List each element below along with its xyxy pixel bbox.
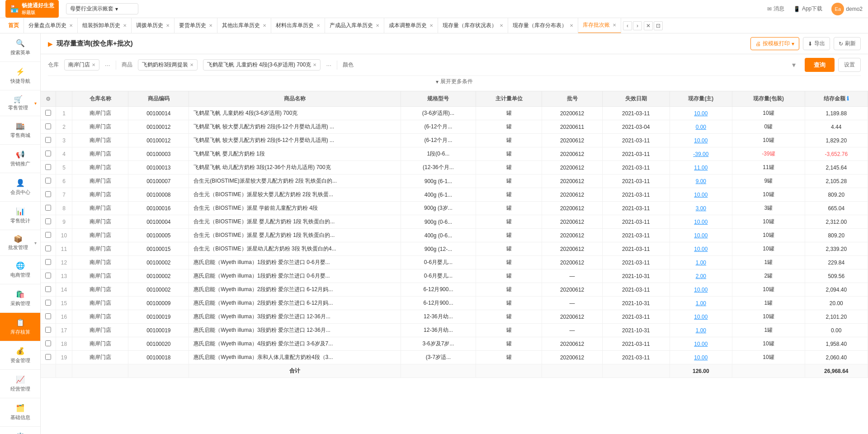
tab-close-icon[interactable]: ✕ xyxy=(316,23,320,28)
product-tag-close-icon[interactable]: ✕ xyxy=(313,62,316,67)
row-qty-main[interactable]: 10.00 xyxy=(670,134,732,147)
tab-cost-adjust[interactable]: 成本调整单历史 ✕ xyxy=(384,18,438,33)
tab-split-inventory[interactable]: 分量盘点单历史 ✕ xyxy=(24,18,78,33)
tab-next-button[interactable]: › xyxy=(633,21,642,30)
row-checkbox[interactable] xyxy=(41,147,56,161)
row-checkbox[interactable] xyxy=(41,202,56,215)
tab-close-icon[interactable]: ✕ xyxy=(209,23,212,28)
sidebar-item-wholesale[interactable]: 📦 批发管理 ▾ xyxy=(0,230,40,256)
row-checkbox[interactable] xyxy=(41,324,56,337)
tab-home[interactable]: 首页 xyxy=(4,18,24,33)
tab-prev-button[interactable]: ‹ xyxy=(623,21,632,30)
row-checkbox[interactable] xyxy=(41,134,56,147)
account-dropdown[interactable]: 母婴行业演示账套 ▾ xyxy=(66,3,138,14)
product-more-dots[interactable]: ··· xyxy=(326,61,331,69)
warehouse-tag[interactable]: 南岸门店 ✕ xyxy=(64,59,99,71)
row-checkbox[interactable] xyxy=(41,283,56,297)
sidebar-item-finance[interactable]: 💰 资金管理 xyxy=(0,341,40,370)
row-qty-main[interactable]: 10.00 xyxy=(670,242,732,256)
row-checkbox[interactable] xyxy=(41,337,56,351)
row-checkbox[interactable] xyxy=(41,229,56,242)
product-tag-2[interactable]: 飞鹤星飞帆 儿童奶粉 4段(3-6岁适用) 700克 ✕ xyxy=(203,59,321,71)
row-qty-main[interactable]: 1.00 xyxy=(670,297,732,310)
sidebar-item-quicknav[interactable]: ⚡ 快捷导航 xyxy=(0,62,40,90)
row-checkbox[interactable] xyxy=(41,310,56,324)
sidebar-item-retail[interactable]: 🛒 零售管理 ▾ xyxy=(0,90,40,116)
query-button[interactable]: 查询 xyxy=(805,58,835,72)
tab-close-icon[interactable]: ✕ xyxy=(613,23,616,28)
tab-product-in[interactable]: 产成品入库单历史 ✕ xyxy=(325,18,384,33)
row-checkbox[interactable] xyxy=(41,188,56,202)
sidebar-item-system[interactable]: ⚙️ 系统管理 xyxy=(0,427,40,434)
row-qty-main[interactable]: 10.00 xyxy=(670,229,732,242)
tab-close-icon[interactable]: ✕ xyxy=(166,23,170,28)
tab-close-icon[interactable]: ✕ xyxy=(570,23,573,28)
tab-transfer[interactable]: 调拨单历史 ✕ xyxy=(132,18,175,33)
user-menu[interactable]: Ea demo2 xyxy=(831,3,863,15)
tab-material-out[interactable]: 材料出库单历史 ✕ xyxy=(271,18,325,33)
row-checkbox[interactable] xyxy=(41,297,56,310)
row-checkbox[interactable] xyxy=(41,351,56,364)
row-qty-main[interactable]: 10.00 xyxy=(670,351,732,364)
row-qty-main[interactable]: 10.00 xyxy=(670,188,732,202)
collapse-arrow-icon[interactable]: ▶ xyxy=(48,40,53,47)
sidebar-item-retailstore[interactable]: 🏬 零售商城 xyxy=(0,116,40,145)
tab-other-out[interactable]: 其他出库单历史 ✕ xyxy=(217,18,271,33)
row-checkbox[interactable] xyxy=(41,256,56,269)
settings-button[interactable]: 设置 xyxy=(838,58,861,72)
refresh-button[interactable]: ↻ 刷新 xyxy=(834,37,861,50)
tab-close-all-button[interactable]: ✕ xyxy=(644,21,653,30)
sidebar-item-purchase[interactable]: 🛍️ 采购管理 xyxy=(0,284,40,313)
export-button[interactable]: ⬇ 导出 xyxy=(803,37,830,50)
row-qty-main[interactable]: 10.00 xyxy=(670,215,732,229)
app-download-button[interactable]: 📱 App下载 xyxy=(793,5,822,13)
row-checkbox[interactable] xyxy=(41,120,56,134)
sidebar-item-search[interactable]: 🔍 搜索英单 xyxy=(0,33,40,62)
tab-close-icon[interactable]: ✕ xyxy=(500,23,503,28)
sidebar-item-member[interactable]: 👤 会员中心 xyxy=(0,173,40,202)
tab-batch-ledger[interactable]: 库存批次账 ✕ xyxy=(578,18,621,33)
sidebar-item-retailstats[interactable]: 📊 零售统计 xyxy=(0,202,40,230)
sidebar-item-basics[interactable]: 🗂️ 基础信息 xyxy=(0,398,40,427)
row-checkbox[interactable] xyxy=(41,107,56,120)
row-checkbox[interactable] xyxy=(41,215,56,229)
product-tag-close-icon[interactable]: ✕ xyxy=(190,62,193,67)
column-settings-icon[interactable]: ⚙ xyxy=(46,96,51,102)
tab-close-icon[interactable]: ✕ xyxy=(263,23,266,28)
color-dropdown-icon[interactable]: ▾ xyxy=(792,61,796,69)
template-print-button[interactable]: 🖨 按模板打印 ▾ xyxy=(750,37,799,50)
row-checkbox[interactable] xyxy=(41,269,56,283)
row-checkbox[interactable] xyxy=(41,175,56,188)
tab-close-icon[interactable]: ✕ xyxy=(123,23,127,28)
tab-request[interactable]: 要货单历史 ✕ xyxy=(175,18,217,33)
row-qty-main[interactable]: -39.00 xyxy=(670,147,732,161)
tab-maximize-button[interactable]: ⊡ xyxy=(654,21,663,30)
tab-close-icon[interactable]: ✕ xyxy=(429,23,433,28)
row-qty-main[interactable]: 10.00 xyxy=(670,283,732,297)
filter-expand-row[interactable]: ▾ 展开更多条件 xyxy=(48,75,861,87)
row-qty-main[interactable]: 0.00 xyxy=(670,120,732,134)
tab-close-icon[interactable]: ✕ xyxy=(376,23,379,28)
sidebar-item-operations[interactable]: 📈 经营管理 xyxy=(0,370,40,398)
sidebar-item-inventory[interactable]: 📋 库存核算 xyxy=(0,313,40,341)
row-checkbox[interactable] xyxy=(41,242,56,256)
row-qty-main[interactable]: 1.00 xyxy=(670,324,732,337)
row-checkbox[interactable] xyxy=(41,161,56,175)
row-qty-main[interactable]: 10.00 xyxy=(670,337,732,351)
message-button[interactable]: ✉ 消息 xyxy=(767,5,784,13)
product-tag-1[interactable]: 飞鹤奶粉3段两提装 ✕ xyxy=(138,59,198,71)
row-qty-main[interactable]: 9.00 xyxy=(670,175,732,188)
row-qty-main[interactable]: 11.00 xyxy=(670,161,732,175)
row-qty-main[interactable]: 1.00 xyxy=(670,256,732,269)
tab-stock-dist[interactable]: 现存量（库存分布表） ✕ xyxy=(508,18,578,33)
sidebar-item-ecommerce[interactable]: 🌐 电商管理 xyxy=(0,256,40,284)
row-qty-main[interactable]: 10.00 xyxy=(670,107,732,120)
tab-disassemble[interactable]: 组装拆卸单历史 ✕ xyxy=(78,18,132,33)
row-qty-main[interactable]: 2.00 xyxy=(670,269,732,283)
sidebar-item-marketing[interactable]: 📢 营销推广 xyxy=(0,145,40,173)
row-qty-main[interactable]: 10.00 xyxy=(670,310,732,324)
amount-info-icon[interactable]: ℹ xyxy=(847,95,849,102)
warehouse-tag-close-icon[interactable]: ✕ xyxy=(92,62,95,67)
tab-close-icon[interactable]: ✕ xyxy=(69,23,73,28)
tab-stock-status[interactable]: 现存量（库存状况表） ✕ xyxy=(438,18,508,33)
